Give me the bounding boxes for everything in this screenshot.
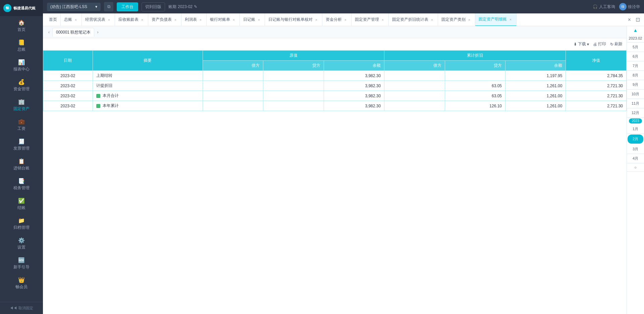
print-button[interactable]: 🖨 打印 <box>593 41 606 47</box>
tab-fund_analysis[interactable]: 资金分析× <box>322 13 352 26</box>
sidebar-item-ledger[interactable]: 📒 总账 <box>0 36 43 56</box>
old-version-button[interactable]: 切到旧版 <box>142 2 165 11</box>
month-label-2[interactable]: 7月 <box>627 61 644 71</box>
download-button[interactable]: ⬇ 下载 ▾ <box>574 41 589 47</box>
table-row: 2023-02 本月合计 3,982.30 63.05 1,261.00 2,7… <box>43 91 627 101</box>
sidebar-item-archive[interactable]: 📁 归档管理 <box>0 214 43 234</box>
tab-journal[interactable]: 日记账× <box>240 13 265 26</box>
col-orig-credit-header: 贷方 <box>263 61 324 71</box>
top-period-label[interactable]: 2023.02 <box>627 34 644 43</box>
tab-fixed_type[interactable]: 固定资产类别× <box>438 13 475 26</box>
tab-fixed_detail[interactable]: 固定资产明细账× <box>475 13 517 26</box>
tab-operation[interactable]: 经营状况表× <box>82 13 115 26</box>
tab-close-journal[interactable]: × <box>257 17 261 22</box>
month-label-1[interactable]: 6月 <box>627 52 644 61</box>
right-panel: ▲ 2023.02 5月6月7月8月9月10月11月12月20231月2月3月4… <box>627 26 644 314</box>
sub-breadcrumb: ‹ 000001 联想笔记本 › <box>43 26 627 38</box>
cell-date-3: 2023-02 <box>43 101 93 111</box>
tab-profit[interactable]: 利润表× <box>181 13 207 26</box>
tab-close-general[interactable]: × <box>73 17 78 22</box>
cell-orig-credit-2 <box>263 91 324 101</box>
sidebar-item-salary[interactable]: 💼 工资 <box>0 115 43 135</box>
sidebar-item-guide[interactable]: 🆕 新手引导 <box>0 254 43 273</box>
col-depr-balance-header: 余额 <box>505 61 566 71</box>
tab-label-fund_analysis: 资金分析 <box>326 17 342 22</box>
sidebar-item-member[interactable]: 👑 畅会员 <box>0 273 43 293</box>
tab-close-fixed_mgmt[interactable]: × <box>380 17 385 22</box>
settings-icon: ⚙️ <box>18 237 25 244</box>
sidebar-item-fixed[interactable]: 🏢 固定资产 <box>0 95 43 115</box>
scroll-up-btn[interactable]: ▲ <box>627 26 644 34</box>
company-selector[interactable]: (劝告) 江西股吧-LSS ▾ <box>47 3 101 11</box>
sidebar-label-invoice: 发票管理 <box>13 146 30 151</box>
refresh-button[interactable]: ↻ 刷新 <box>610 41 623 47</box>
bottom-period-label[interactable]: ○ <box>627 163 644 172</box>
tab-close-operation[interactable]: × <box>107 17 111 22</box>
edit-period-icon[interactable]: ✎ <box>194 4 197 9</box>
tab-close-profit[interactable]: × <box>198 17 203 22</box>
month-label-3[interactable]: 8月 <box>627 71 644 80</box>
close-all-tabs-btn[interactable]: × <box>627 15 632 24</box>
sidebar-item-settle[interactable]: ✅ 结账 <box>0 194 43 214</box>
month-label-0[interactable]: 5月 <box>627 43 644 52</box>
tag-green-icon <box>96 104 100 108</box>
sidebar-item-home[interactable]: 🏠 首页 <box>0 16 43 36</box>
tab-general[interactable]: 总账× <box>61 13 82 26</box>
month-label-12[interactable]: 4月 <box>627 154 644 163</box>
tab-close-fixed_depr[interactable]: × <box>430 17 434 22</box>
refresh-icon: ↻ <box>610 42 613 47</box>
cell-depr-credit-3: 126.10 <box>445 101 505 111</box>
cell-orig-balance-3: 3,982.30 <box>324 101 384 111</box>
month-label-9[interactable]: 1月 <box>627 124 644 134</box>
sidebar-item-sales[interactable]: 📋 进销台账 <box>0 155 43 174</box>
sidebar-item-invoice[interactable]: 🧾 发票管理 <box>0 135 43 155</box>
support-btn[interactable]: 🎧 人工客询 <box>593 4 615 10</box>
cancel-fixed-btn[interactable]: ◀◀ 取消固定 <box>0 302 43 314</box>
sidebar-item-reports[interactable]: 📊 报表中心 <box>0 56 43 75</box>
active-month-label[interactable]: 2月 <box>628 135 643 144</box>
asset-item-tag: 000001 联想笔记本 <box>52 28 94 37</box>
sidebar-label-settings: 设置 <box>17 245 25 250</box>
main-content: (劝告) 江西股吧-LSS ▾ ⧉ 工作台 切到旧版 账期 2023-02 ✎ … <box>43 0 644 314</box>
copy-button[interactable]: ⧉ <box>104 2 113 11</box>
sidebar-item-settings[interactable]: ⚙️ 设置 <box>0 234 43 254</box>
tab-label-assets_liab: 资产负债表 <box>152 17 172 22</box>
tab-close-assets_liab[interactable]: × <box>173 17 178 22</box>
table-row: 2023-02 上期结转 3,982.30 1,197.95 2,784.35 <box>43 71 627 81</box>
month-label-6[interactable]: 11月 <box>627 99 644 108</box>
month-label-11[interactable]: 3月 <box>627 145 644 154</box>
month-label-5[interactable]: 10月 <box>627 90 644 99</box>
sidebar-label-member: 畅会员 <box>15 284 28 290</box>
tab-fixed_mgmt[interactable]: 固定资产管理× <box>352 13 389 26</box>
sidebar-item-tax[interactable]: 📑 税务管理 <box>0 174 43 194</box>
sidebar-label-reports: 报表中心 <box>13 66 30 72</box>
tab-close-fixed_type[interactable]: × <box>467 17 472 22</box>
tab-close-fund_analysis[interactable]: × <box>343 17 348 22</box>
cell-date-1: 2023-02 <box>43 81 93 91</box>
tab-journal_bank[interactable]: 日记账与银行对账单核对× <box>265 13 322 26</box>
tab-bank_stmt[interactable]: 银行对账单× <box>207 13 240 26</box>
tab-home[interactable]: 首页 <box>46 13 61 26</box>
ledger-panel: ‹ 000001 联想笔记本 › ⬇ 下载 ▾ 🖨 打印 <box>43 26 627 314</box>
workspace-button[interactable]: 工作台 <box>117 2 138 11</box>
sidebar-label-home: 首页 <box>17 27 25 33</box>
pin-icon: ◀◀ <box>10 306 17 310</box>
tab-close-bank_stmt[interactable]: × <box>231 17 236 22</box>
tab-fixed_depr[interactable]: 固定资产折旧统计表× <box>389 13 438 26</box>
tab-close-journal_bank[interactable]: × <box>314 17 319 22</box>
breadcrumb-next-btn[interactable]: › <box>96 29 100 35</box>
user-menu[interactable]: 徐 徐泾华 <box>619 3 640 10</box>
breadcrumb-prev-btn[interactable]: ‹ <box>47 29 51 35</box>
expand-tabs-btn[interactable]: ⊡ <box>634 15 641 24</box>
tab-receivable[interactable]: 应收账龄表× <box>115 13 148 26</box>
tab-assets_liab[interactable]: 资产负债表× <box>148 13 181 26</box>
tab-label-fixed_mgmt: 固定资产管理 <box>355 17 379 22</box>
tab-label-bank_stmt: 银行对账单 <box>210 17 230 22</box>
month-label-4[interactable]: 9月 <box>627 80 644 90</box>
tab-close-receivable[interactable]: × <box>140 17 145 22</box>
sidebar-label-capital: 资金管理 <box>13 86 30 92</box>
support-icon: 🎧 <box>593 4 598 9</box>
sidebar-item-capital[interactable]: 💰 资金管理 <box>0 75 43 95</box>
tab-close-fixed_detail[interactable]: × <box>508 17 513 22</box>
month-label-7[interactable]: 12月 <box>627 108 644 118</box>
